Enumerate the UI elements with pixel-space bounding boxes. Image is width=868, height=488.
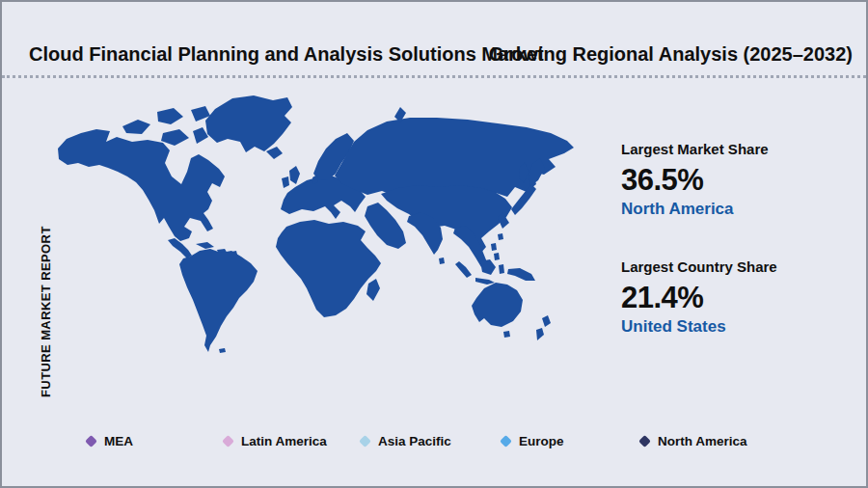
legend-diamond-icon [500,435,512,447]
world-map [55,84,585,383]
legend-label: MEA [104,434,133,448]
legend-item-asia-pacific: Asia Pacific [361,433,451,448]
legend-label: North America [658,434,747,448]
legend-label: Europe [519,434,564,448]
continent-asia [335,107,574,267]
legend-label: Asia Pacific [378,434,451,448]
stat-largest-country-share: Largest Country Share 21.4% United State… [621,258,858,337]
stat-largest-market-share: Largest Market Share 36.5% North America [621,141,858,219]
legend-diamond-icon [359,435,371,447]
dotted-divider [2,75,866,78]
world-map-svg [55,84,585,383]
page-title-part2: Growing Regional Analysis (2025–2032) [489,43,853,66]
legend-item-europe: Europe [502,433,564,448]
legend-diamond-icon [638,435,651,447]
brand-vertical-text: FUTURE MARKET REPORT [39,228,54,397]
stat-label: Largest Country Share [621,258,858,276]
stat-value: 36.5% [621,164,858,197]
legend-diamond-icon [85,435,97,447]
continent-oceania [455,259,551,340]
page-title-part1: Cloud Financial Planning and Analysis So… [29,43,544,66]
legend-label: Latin America [241,434,327,448]
legend-item-latin-america: Latin America [224,433,327,448]
legend-item-north-america: North America [640,433,747,448]
infographic-frame: Cloud Financial Planning and Analysis So… [0,0,868,488]
stat-region: North America [621,200,858,219]
continent-south-america [179,249,258,353]
stat-region: United States [621,317,858,337]
legend-item-mea: MEA [87,433,133,448]
continent-africa [276,220,381,317]
legend-diamond-icon [222,435,234,447]
stat-value: 21.4% [621,282,858,314]
continent-north-america [58,95,292,258]
stat-label: Largest Market Share [621,141,858,158]
